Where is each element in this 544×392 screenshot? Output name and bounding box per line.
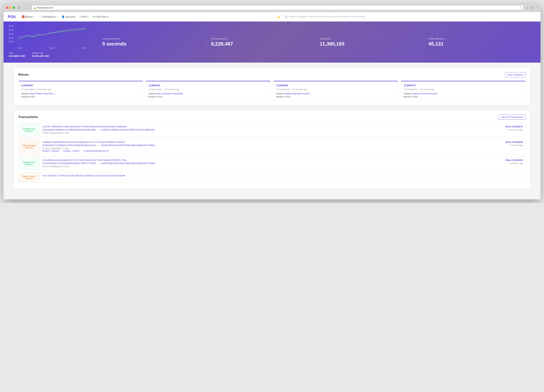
nav-accounts-label: Accounts (65, 15, 76, 18)
sidebar-toggle-button[interactable]: ⊟ (17, 6, 21, 10)
block-meta: 0 Transactions 10 seconds ago (148, 88, 268, 91)
tx-block-link[interactable]: Block #11360136 (506, 159, 523, 161)
tx-addresses: 0x3A256E902f1719FE46B4043a04417B95372761… (42, 162, 500, 165)
arrow-icon: → (98, 129, 99, 131)
stat-total-blocks-label: Total blocks (320, 38, 421, 40)
maximize-button[interactable] (13, 6, 15, 9)
stat-total-blocks-value: 11,360,183 (320, 41, 421, 47)
new-tab-button[interactable]: ⧉ (530, 6, 534, 10)
validator-link[interactable]: Marat Pekker (0x6e349b...) (30, 92, 55, 95)
tx-hash[interactable]: 0x896bc810809e08fd1d5421d51e94b88aa41e71… (42, 141, 500, 143)
block-number[interactable]: 11360180 (276, 84, 396, 87)
chevron-down-icon: ▾ (88, 16, 89, 18)
tx-meta: Block #11360176 34 seconds ago (503, 123, 526, 136)
forward-button[interactable]: › (27, 6, 30, 10)
transaction-item: Token Transfer Success 0x4cf84728c777d35… (18, 172, 526, 182)
nav-transactions[interactable]: ↔ Transactions ▾ (37, 14, 59, 19)
tx-from[interactable]: 0xdead88167Bd06Cbc251FB8336B44259c6407dd… (42, 129, 96, 131)
nav-network[interactable]: POA Core ▾ (91, 14, 110, 19)
share-button[interactable]: ⎙ (525, 6, 529, 10)
arrow-icon: → (98, 162, 99, 165)
block-number[interactable]: 11360179 (404, 84, 523, 87)
tx-count: 0 Transactions (21, 88, 35, 91)
tx-badge-token-transfer: Token Transfer Success (18, 172, 40, 182)
chart-y-label: $0.02 (9, 25, 14, 27)
window-controls (6, 6, 15, 9)
tx-hash[interactable]: 0x27627789562697cc86c01b879a2ff2d765fb26… (42, 125, 500, 128)
chart-y-label: $0.01 (9, 37, 14, 39)
chart-y-label: $0.00 (9, 41, 14, 43)
hero-section: $0.02 $0.02 $0.01 $0.01 $0.00 Sep 8 (4, 22, 540, 63)
tx-body: 0x896bc810809e08fd1d5421d51e94b88aa41e71… (40, 139, 503, 154)
chart-y-labels: $0.02 $0.02 $0.01 $0.01 $0.00 (9, 25, 14, 43)
nav-accounts[interactable]: 👤 Accounts (60, 14, 77, 19)
tx-type-label: Token Transfer (22, 144, 36, 147)
tx-status-label: Success (25, 163, 33, 166)
chart-x-label: Sep 8 (18, 47, 23, 49)
transaction-item: Token Transfer Success 0x896bc810809e08f… (18, 139, 526, 154)
tx-to[interactable]: 0xb0421c6909b74Ea624bf5B67536cE75C9B8FBe… (101, 129, 155, 131)
tx-hash[interactable]: 0x4cf84728c777d35bdc573872d8c07ba14da8fd… (42, 174, 523, 177)
stat-wallet-addresses: Wallet addresses 45,131 (425, 38, 533, 47)
nav-blocks[interactable]: 🧱 Blocks ▾ (20, 14, 36, 19)
chevron-down-icon: ▾ (56, 16, 57, 18)
nav-apis-label: APIs (82, 15, 87, 18)
validator-link[interactable]: Stephen Arsenault (0xf1f5... (412, 92, 438, 95)
nav-items: 🧱 Blocks ▾ ↔ Transactions ▾ 👤 Accounts ≡… (20, 14, 272, 19)
chevron-down-icon: ▾ (107, 15, 109, 18)
tx-to[interactable]: 0xE87E46032847e097F5b851404d19A0449c704E… (101, 144, 155, 147)
transactions-icon: ↔ (38, 15, 41, 18)
transactions-list: Contract Call Success 0x27627789562697cc… (18, 123, 526, 184)
view-all-blocks-button[interactable]: View All Blocks (505, 72, 526, 77)
block-card: 11360182 0 Transactions 5 seconds ago Va… (18, 81, 143, 101)
chart-area: $0.02 $0.02 $0.01 $0.01 $0.00 (9, 25, 86, 46)
market-cap-value: $3,983,340 USD (32, 55, 49, 57)
block-reward: Reward 2 POA (404, 96, 523, 98)
nav-network-label: POA Core (95, 15, 106, 18)
tx-block-link[interactable]: Block #11360138 (506, 141, 523, 143)
time-ago: 15 seconds ago (292, 88, 307, 91)
validator-link[interactable]: Alex Emelyanov (0xdad49e... (157, 92, 185, 95)
tx-hash[interactable]: 0x1a686bc6eeea95a4bef6231763c14b2382e8cc… (42, 159, 500, 161)
reload-icon[interactable]: ↻ (520, 6, 521, 9)
block-card: 11360181 0 Transactions 10 seconds ago V… (146, 81, 271, 101)
add-tab-button[interactable]: + (536, 6, 538, 10)
close-button[interactable] (6, 6, 8, 9)
stat-block-time-value: 5 seconds (102, 41, 204, 47)
search-icon: 🔍 (285, 15, 288, 18)
url-bar[interactable]: 🔒 blockscout.com ↻ (32, 5, 524, 10)
tx-to[interactable]: 0xE87E46032847e097F5b851404d19A0449c704E… (101, 162, 155, 165)
blocks-icon: 🧱 (22, 15, 25, 18)
tx-from[interactable]: 0x3A256E902f1719FE46B4043a04417B95372761… (42, 162, 96, 165)
tx-gc-from[interactable]: 0xe87e-704ee8 (42, 150, 59, 152)
nav-blocks-label: Blocks (25, 15, 33, 18)
block-number[interactable]: 11360181 (148, 84, 268, 87)
chart-x-labels: Sep 8 Sep 22 Oct 6 (9, 47, 86, 49)
dark-mode-toggle[interactable]: 🌙 (276, 14, 280, 19)
price-info: Price $0.018092 USD Market Cap $3,983,34… (9, 52, 86, 57)
nav-transactions-label: Transactions (42, 15, 56, 18)
block-card: 11360180 0 Transactions 15 seconds ago V… (273, 81, 398, 101)
tx-gc-to[interactable]: 0x50ec-e79a27 (63, 150, 80, 152)
tx-badge-contract-call: Contract Call Success (18, 123, 40, 136)
tx-type-label: Contract Call (23, 161, 35, 163)
browser-window: ⊟ ‹ › 🔒 blockscout.com ↻ ⎙ ⧉ + POA 🧱 Blo… (4, 4, 540, 199)
validator-link[interactable]: Melanie Marsollier (0x28e7... (285, 92, 312, 95)
block-meta: 0 Transactions 5 seconds ago (21, 88, 140, 91)
stat-total-blocks: Total blocks 11,360,183 (316, 38, 425, 47)
nav-apis[interactable]: ≡ APIs ▾ (78, 14, 90, 19)
back-button[interactable]: ‹ (23, 6, 26, 10)
tx-from[interactable]: 0x50eCA84f3C3d049dC32d81245AEEd8a4D3e79a… (42, 144, 96, 147)
tx-meta: Block #11360136 4 minutes ago (503, 157, 526, 170)
tx-meta: Block #11360138 4 minutes ago (503, 139, 526, 154)
minimize-button[interactable] (9, 6, 12, 9)
time-ago: 5 seconds ago (37, 88, 51, 91)
block-number[interactable]: 11360182 (21, 84, 140, 87)
view-all-transactions-button[interactable]: View All Transactions (499, 114, 526, 120)
tx-addresses: 0x50eCA84f3C3d049dC32d81245AEEd8a4D3e79a… (42, 144, 500, 147)
arrow-icon: → (60, 150, 62, 152)
browser-nav: ‹ › (23, 6, 30, 10)
search-placeholder: Search by address, token symbol name, tr… (289, 15, 365, 18)
search-bar[interactable]: 🔍 Search by address, token symbol name, … (285, 15, 536, 18)
tx-block-link[interactable]: Block #11360176 (506, 125, 523, 128)
